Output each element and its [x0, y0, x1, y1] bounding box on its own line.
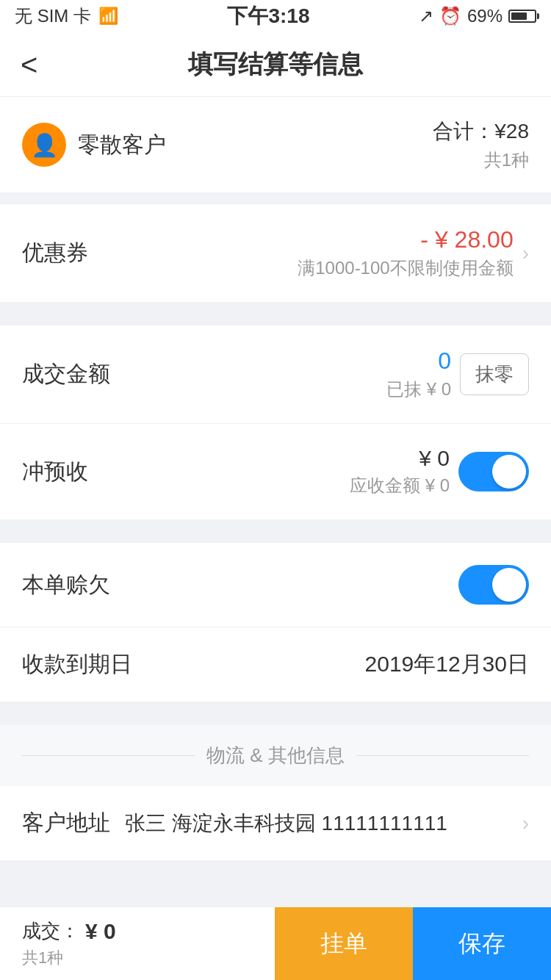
- prepayment-amount: ¥ 0: [350, 446, 450, 471]
- page-title: 填写结算等信息: [188, 48, 363, 82]
- bottom-deal-row: 成交： ¥ 0: [22, 918, 253, 944]
- hold-button[interactable]: 挂单: [275, 907, 413, 981]
- total-amount: 合计：¥28: [433, 118, 529, 145]
- avatar-icon: 👤: [31, 132, 58, 158]
- address-chevron-icon: ›: [522, 812, 529, 835]
- bottom-deal-amount: ¥ 0: [85, 919, 116, 944]
- deal-amount-row: 成交金额 0 已抹 ¥ 0 抹零: [0, 325, 551, 423]
- page-header: < 填写结算等信息: [0, 32, 551, 97]
- location-icon: ↗: [419, 6, 433, 26]
- prepayment-receivable: 应收金额 ¥ 0: [350, 474, 450, 497]
- back-button[interactable]: <: [21, 50, 37, 79]
- logistics-section-label: 物流 & 其他信息: [0, 725, 551, 786]
- address-section[interactable]: 客户地址 张三 海淀永丰科技园 11111111111 ›: [0, 786, 551, 860]
- voucher-label: 优惠券: [22, 238, 88, 268]
- round-zero-button[interactable]: 抹零: [460, 353, 529, 395]
- alarm-icon: ⏰: [439, 6, 461, 26]
- status-left: 无 SIM 卡 📶: [15, 4, 118, 28]
- prepayment-right: ¥ 0 应收金额 ¥ 0: [350, 446, 529, 497]
- voucher-right-area: - ¥ 28.00 满1000-100不限制使用金额 ›: [298, 226, 529, 280]
- address-label: 客户地址: [22, 808, 110, 838]
- due-date-value: 2019年12月30日: [365, 649, 529, 680]
- divider-3: [0, 713, 551, 725]
- customer-name: 零散客户: [78, 130, 166, 160]
- voucher-chevron-icon: ›: [522, 242, 529, 265]
- battery-fill: [511, 12, 527, 20]
- address-value: 张三 海淀永丰科技园 11111111111: [125, 810, 508, 837]
- battery-icon: [508, 10, 536, 23]
- credit-note-toggle[interactable]: [458, 565, 529, 605]
- credit-section: 本单赊欠 收款到期日 2019年12月30日: [0, 543, 551, 702]
- logistics-label-text: 物流 & 其他信息: [206, 743, 345, 768]
- voucher-description: 满1000-100不限制使用金额: [298, 256, 513, 280]
- customer-avatar: 👤: [22, 123, 66, 167]
- customer-left: 👤 零散客户: [22, 123, 166, 167]
- customer-total: 合计：¥28 共1种: [433, 118, 529, 172]
- battery-percent: 69%: [467, 6, 503, 26]
- prepayment-row: 冲预收 ¥ 0 应收金额 ¥ 0: [0, 423, 551, 519]
- due-date-label: 收款到期日: [22, 649, 132, 680]
- carrier-label: 无 SIM 卡: [15, 4, 91, 28]
- bottom-deal-label: 成交：: [22, 918, 79, 944]
- save-button[interactable]: 保存: [413, 907, 551, 981]
- deal-value-right: 0 已抹 ¥ 0: [386, 347, 451, 401]
- divider-2: [0, 531, 551, 543]
- deal-section: 成交金额 0 已抹 ¥ 0 抹零 冲预收 ¥ 0 应收金额 ¥ 0: [0, 325, 551, 519]
- voucher-section[interactable]: 优惠券 - ¥ 28.00 满1000-100不限制使用金额 ›: [0, 204, 551, 302]
- bottom-count: 共1种: [22, 947, 253, 969]
- deal-already-round: 已抹 ¥ 0: [386, 378, 451, 401]
- status-right: ↗ ⏰ 69%: [419, 6, 536, 26]
- prepayment-toggle[interactable]: [458, 452, 529, 491]
- divider-1: [0, 314, 551, 325]
- voucher-discount: - ¥ 28.00: [298, 226, 513, 253]
- voucher-values: - ¥ 28.00 满1000-100不限制使用金额: [298, 226, 513, 280]
- deal-amount-value: 0: [386, 347, 451, 375]
- due-date-row: 收款到期日 2019年12月30日: [0, 627, 551, 702]
- bottom-bar: 成交： ¥ 0 共1种 挂单 保存: [0, 907, 551, 980]
- customer-row: 👤 零散客户 合计：¥28 共1种: [0, 97, 551, 192]
- status-bar: 无 SIM 卡 📶 下午3:18 ↗ ⏰ 69%: [0, 0, 551, 32]
- prepayment-values: ¥ 0 应收金额 ¥ 0: [350, 446, 450, 497]
- status-time: 下午3:18: [227, 2, 309, 30]
- voucher-row[interactable]: 优惠券 - ¥ 28.00 满1000-100不限制使用金额 ›: [0, 204, 551, 302]
- bottom-info: 成交： ¥ 0 共1种: [0, 918, 275, 969]
- credit-note-right: [458, 565, 529, 605]
- customer-section: 👤 零散客户 合计：¥28 共1种: [0, 97, 551, 192]
- credit-note-label: 本单赊欠: [22, 570, 110, 600]
- wifi-icon: 📶: [98, 7, 118, 26]
- deal-amount-right: 0 已抹 ¥ 0 抹零: [386, 347, 529, 401]
- prepayment-label: 冲预收: [22, 457, 88, 487]
- address-row[interactable]: 客户地址 张三 海淀永丰科技园 11111111111 ›: [0, 786, 551, 860]
- total-count: 共1种: [433, 148, 529, 172]
- deal-amount-label: 成交金额: [22, 359, 110, 389]
- credit-note-row: 本单赊欠: [0, 543, 551, 627]
